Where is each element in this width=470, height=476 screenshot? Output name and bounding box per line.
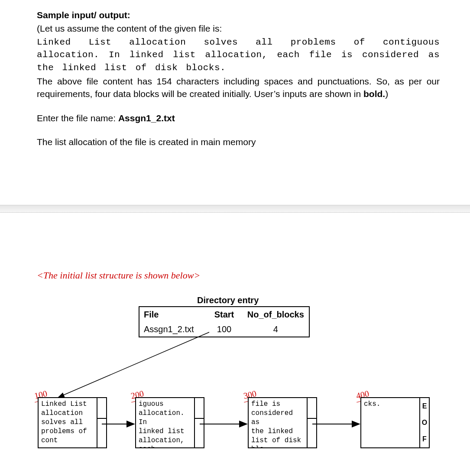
block-data: file isconsidered asthe linkedlist of di… [249,398,307,447]
enter-value: Assgn1_2.txt [118,113,175,123]
eof-e: E [422,402,427,411]
pointer-cell [97,398,106,447]
heading: Sample input/ output: [37,9,440,21]
block-data: iguousallocation. Inlinked listallocatio… [136,398,194,447]
table-row: Assgn1_2.txt 100 4 [139,322,309,337]
col-file: File [139,307,206,322]
directory-entry-title: Directory entry [197,294,259,306]
initial-structure-caption: <The initial list structure is shown bel… [37,269,440,282]
eof-f: F [422,434,427,444]
explain-close: ) [385,89,388,99]
block-data: Linked Listallocationsolves allproblems … [39,398,97,447]
eof-cell: E O F [419,398,429,447]
explain-bold: bold. [363,89,385,99]
linked-list-diagram: Directory entry File Start No_of_blocks … [32,294,448,459]
pointer-cell [307,398,316,447]
cell-file: Assgn1_2.txt [139,322,206,337]
created-msg: The list allocation of the file is creat… [37,136,440,148]
eof-o: O [422,418,427,427]
data-block: Linked Listallocationsolves allproblems … [38,397,107,448]
page-break [0,205,470,213]
cell-start: 100 [206,322,242,337]
file-content: Linked List allocation solves all proble… [37,36,440,74]
data-block: cks. E O F [360,397,430,448]
data-block: file isconsidered asthe linkedlist of di… [248,397,317,448]
col-start: Start [206,307,242,322]
col-noblocks: No_of_blocks [243,307,309,322]
svg-line-0 [58,332,209,397]
enter-line: Enter the file name: Assgn1_2.txt [37,112,440,124]
directory-table: File Start No_of_blocks Assgn1_2.txt 100… [139,306,310,337]
enter-label: Enter the file name: [37,113,118,123]
assume-line: (Let us assume the content of the given … [37,22,440,35]
table-header: File Start No_of_blocks [139,307,309,322]
block-data: cks. [361,398,419,447]
explain-para: The above file content has 154 character… [37,75,440,100]
cell-blocks: 4 [243,322,309,337]
pointer-cell [194,398,204,447]
data-block: iguousallocation. Inlinked listallocatio… [135,397,204,448]
